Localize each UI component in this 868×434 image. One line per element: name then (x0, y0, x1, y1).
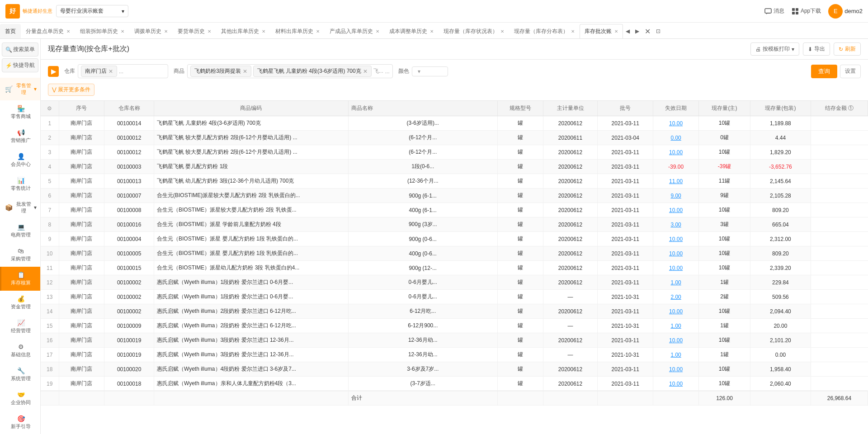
sidebar-item-retail-stats[interactable]: 📊 零售统计 (0, 172, 40, 196)
tab-stock-dist[interactable]: 现存量（库存分布表） ✕ (509, 24, 580, 38)
sidebar-item-enterprise[interactable]: 🤝 企业协同 (0, 387, 40, 410)
sidebar-item-wholesale[interactable]: 📦 批发管理 ▾ (0, 196, 40, 219)
cell-stock-main[interactable]: 10.00 (653, 145, 699, 160)
cell-name: 飞鹤星飞帆 较大婴儿配方奶粉 2段(6-12个月婴幼儿适用) ... (154, 145, 348, 160)
message-btn[interactable]: 消息 (764, 7, 784, 15)
tab-close-icon[interactable]: ✕ (430, 29, 434, 34)
quick-nav-btn[interactable]: ⚡ 快捷导航 (2, 58, 38, 72)
tab-cost-adjust[interactable]: 成本调整单历史 ✕ (384, 24, 439, 38)
logo-area: 好 畅捷通好生意 (5, 4, 52, 19)
tab-batch[interactable]: 库存批次账 ✕ (580, 24, 623, 38)
cell-stock-main[interactable]: 10.00 (653, 203, 699, 217)
sidebar-item-basics[interactable]: ⚙ 基础信息 (0, 339, 40, 363)
breadcrumb-select[interactable]: 母婴行业演示账套 ▾ (56, 5, 128, 17)
cell-stock-main[interactable]: 0.00 (653, 131, 699, 145)
export-btn[interactable]: ⬇ 导出 (803, 42, 830, 56)
cell-unit: 罐 (497, 348, 543, 362)
sidebar-item-inventory[interactable]: 📋 库存核算 (0, 267, 40, 291)
cell-stock-main[interactable]: 1.00 (653, 319, 699, 333)
product-input[interactable]: 飞鹤奶粉3段两提装 ✕ 飞鹤星飞帆 儿童奶粉 4段(3-6岁适用) 700克 ✕… (187, 64, 393, 78)
setting-col-icon[interactable]: ⚙ (47, 105, 52, 112)
cell-spec: 0-6月婴儿... (348, 275, 497, 290)
tab-close-icon[interactable]: ✕ (208, 29, 211, 34)
tab-product-in[interactable]: 产成品入库单历史 ✕ (325, 24, 384, 38)
cell-stock-main[interactable]: -39.00 (653, 160, 699, 174)
search-menu-btn[interactable]: 🔍 搜索菜单 (2, 42, 38, 57)
cell-stock-main[interactable]: 11.00 (653, 174, 699, 189)
cell-stock-pkg: 10罐 (699, 377, 750, 391)
tab-close-icon[interactable]: ✕ (376, 29, 379, 34)
color-select[interactable]: ▾ (412, 66, 448, 76)
cell-stock-main[interactable]: 1.00 (653, 348, 699, 362)
tab-close-icon[interactable]: ✕ (164, 29, 168, 34)
filter-expand-btn[interactable]: ▶ (48, 66, 59, 77)
retail-stats-icon: 📊 (17, 177, 25, 184)
query-btn[interactable]: 查询 (811, 65, 837, 78)
warehouse-tag-close[interactable]: ✕ (108, 68, 113, 75)
product-tag-2: 飞鹤星飞帆 儿童奶粉 4段(3-6岁适用) 700克 ✕ (253, 66, 372, 77)
sidebar-item-retail-shop[interactable]: 🏪 零售商城 (0, 100, 40, 124)
cell-stock-main[interactable]: 10.00 (653, 261, 699, 275)
tab-home[interactable]: 首页 (0, 24, 21, 38)
cell-stock-main[interactable]: 2.00 (653, 290, 699, 304)
refresh-btn[interactable]: ↻ 刷新 (834, 42, 861, 56)
product-tag-1-close[interactable]: ✕ (243, 68, 247, 75)
col-stock-main: 现存量(主) (699, 101, 750, 116)
tab-transfer[interactable]: 调拨单历史 ✕ (129, 24, 173, 38)
tab-close-icon[interactable]: ✕ (614, 29, 618, 34)
tab-split-inventory[interactable]: 分量盘点单历史 ✕ (21, 24, 75, 38)
tab-close-icon[interactable]: ✕ (500, 29, 504, 34)
tab-close-icon[interactable]: ✕ (66, 29, 70, 34)
tab-prev-btn[interactable]: ◀ (623, 24, 632, 38)
sidebar-item-guide[interactable]: 🎯 新手引导 (0, 410, 40, 434)
col-stock-pkg: 现存量(包装) (750, 101, 811, 116)
tab-maximize-btn[interactable]: ⊡ (653, 24, 663, 38)
expand-more-btn[interactable]: ⋁ 展开更多条件 (48, 84, 94, 96)
tab-other-out[interactable]: 其他出库单历史 ✕ (216, 24, 270, 38)
sidebar-item-member[interactable]: 👤 会员中心 (0, 148, 40, 172)
cell-balance: 2,101.20 (750, 333, 811, 348)
tab-material-out[interactable]: 材料出库单历史 ✕ (270, 24, 325, 38)
sidebar-item-system[interactable]: 🔧 系统管理 (0, 363, 40, 387)
tab-close-icon[interactable]: ✕ (316, 29, 320, 34)
sidebar-item-retail-mgmt[interactable]: 🛒 零售管理 ▾ (0, 78, 40, 100)
user-area[interactable]: E demo2 (828, 4, 863, 19)
page-title: 现存量查询(按仓库+批次) (48, 44, 129, 54)
sidebar-item-marketing[interactable]: 📢 营销推广 (0, 124, 40, 148)
cell-code: 00100019 (104, 333, 154, 348)
cell-batch: 20200612 (543, 189, 598, 203)
cell-stock-main[interactable]: 10.00 (653, 377, 699, 391)
cell-stock-main[interactable]: 9.00 (653, 189, 699, 203)
product-tag-2-close[interactable]: ✕ (363, 68, 368, 75)
cell-stock-main[interactable]: 10.00 (653, 246, 699, 261)
tab-close-icon[interactable]: ✕ (262, 29, 265, 34)
cell-balance: 1,829.20 (750, 145, 811, 160)
setting-btn[interactable]: 设置 (840, 65, 861, 78)
tab-close-all-btn[interactable]: ✕ (642, 24, 653, 38)
tab-close-icon[interactable]: ✕ (121, 29, 124, 34)
tab-next-btn[interactable]: ▶ (632, 24, 642, 38)
warehouse-input[interactable]: 南岸门店 ✕ ... (78, 64, 168, 78)
cell-stock-main[interactable]: 10.00 (653, 116, 699, 131)
sidebar-item-finance[interactable]: 💰 资金管理 (0, 291, 40, 315)
col-setting[interactable]: ⚙ (41, 101, 59, 116)
tab-disassemble[interactable]: 组装拆卸单历史 ✕ (75, 24, 129, 38)
cell-stock-main[interactable]: 10.00 (653, 333, 699, 348)
cell-stock-main[interactable]: 10.00 (653, 232, 699, 246)
cell-batch: 20200612 (543, 217, 598, 232)
sidebar-item-ecommerce[interactable]: 💻 电商管理 (0, 219, 40, 243)
app-download-btn[interactable]: App下载 (792, 7, 821, 15)
template-print-btn[interactable]: 🖨 按模板打印 ▾ (750, 42, 799, 56)
tab-want-goods[interactable]: 要货单历史 ✕ (173, 24, 216, 38)
tab-close-icon[interactable]: ✕ (571, 29, 575, 34)
cell-balance: 229.84 (750, 275, 811, 290)
cell-stock-main[interactable]: 3.00 (653, 217, 699, 232)
cell-stock-main[interactable]: 10.00 (653, 304, 699, 319)
cell-stock-main[interactable]: 1.00 (653, 275, 699, 290)
cell-no: 13 (41, 290, 59, 304)
cell-stock-main[interactable]: 10.00 (653, 362, 699, 377)
logo-icon: 好 (5, 4, 20, 19)
sidebar-item-operations[interactable]: 📈 经营管理 (0, 315, 40, 339)
tab-stock-status[interactable]: 现存量（库存状况表） ✕ (439, 24, 509, 38)
sidebar-item-purchase[interactable]: 🛍 采购管理 (0, 243, 40, 267)
